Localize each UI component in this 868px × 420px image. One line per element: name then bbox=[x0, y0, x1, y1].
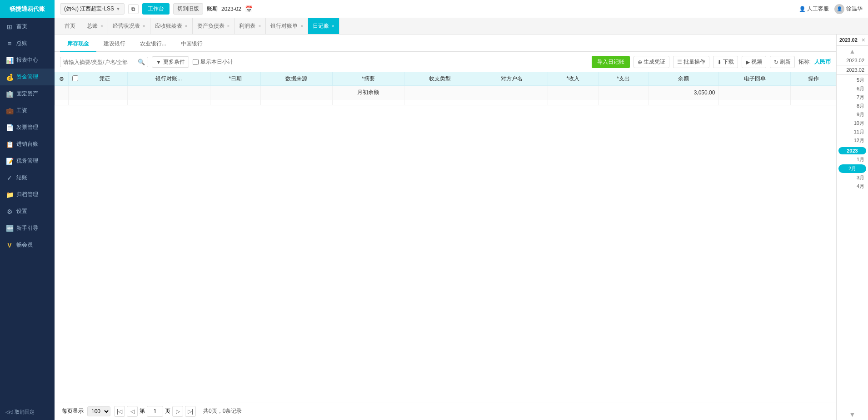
search-input[interactable] bbox=[63, 59, 136, 65]
th-checkbox[interactable] bbox=[69, 72, 82, 86]
search-box[interactable]: 🔍 bbox=[60, 57, 148, 67]
month-10[interactable]: 10月 bbox=[837, 119, 868, 128]
sidebar-item-ledger[interactable]: ≡ 总账 bbox=[0, 35, 55, 52]
sidebar-item-home[interactable]: ⊞ 首页 bbox=[0, 18, 55, 35]
first-page-button[interactable]: |◁ bbox=[114, 406, 125, 417]
calendar-icon[interactable]: 📅 bbox=[245, 5, 253, 13]
tab-bank-close[interactable]: × bbox=[300, 24, 303, 29]
video-button[interactable]: ▶ 视频 bbox=[742, 56, 766, 68]
refresh-button[interactable]: ↻ 刷新 bbox=[770, 56, 795, 68]
subtab-agriculture[interactable]: 农业银行... bbox=[133, 36, 174, 52]
day-subtotal-checkbox[interactable]: 显示本日小计 bbox=[193, 58, 233, 66]
month-9[interactable]: 9月 bbox=[837, 110, 868, 119]
download-label: 下载 bbox=[723, 58, 734, 66]
sidebar-item-invoice[interactable]: 📄 发票管理 bbox=[0, 119, 55, 136]
td-expense bbox=[598, 86, 649, 99]
page-input[interactable] bbox=[147, 406, 163, 417]
sidebar-item-purchase[interactable]: 📋 进销台账 bbox=[0, 136, 55, 153]
company-selector[interactable]: (勿勾) 江西超宝-LSS ▼ bbox=[60, 3, 125, 15]
user-name: 徐温华 bbox=[846, 5, 863, 13]
sidebar-item-label: 设置 bbox=[16, 208, 27, 215]
tab-ledger-close[interactable]: × bbox=[100, 24, 103, 29]
month-2[interactable]: 2月 bbox=[838, 164, 866, 173]
td-income bbox=[548, 86, 598, 99]
voucher-button[interactable]: ⊕ 生成凭证 bbox=[634, 56, 669, 68]
td-checkbox bbox=[69, 86, 82, 99]
last-page-button[interactable]: ▷| bbox=[185, 406, 196, 417]
batch-button[interactable]: ☰ 批量操作 bbox=[673, 56, 709, 68]
tab-assets-close[interactable]: × bbox=[227, 24, 230, 29]
select-all-checkbox[interactable] bbox=[72, 75, 78, 81]
th-settings[interactable]: ⚙ bbox=[55, 72, 69, 86]
sidebar-item-assets[interactable]: 🏢 固定资产 bbox=[0, 85, 55, 102]
th-bank-reconcile: 银行对账... bbox=[127, 72, 210, 86]
tab-receivable-close[interactable]: × bbox=[185, 24, 188, 29]
month-7[interactable]: 7月 bbox=[837, 93, 868, 102]
subtab-china[interactable]: 中国银行 bbox=[174, 36, 210, 52]
currency-value[interactable]: 人民币 bbox=[814, 58, 831, 66]
sidebar-item-guide[interactable]: 🆕 新手引导 bbox=[0, 220, 55, 237]
next-page-button[interactable]: ▷ bbox=[172, 406, 183, 417]
tab-diary[interactable]: 日记账 × bbox=[308, 18, 339, 35]
scroll-up-button[interactable]: ▲ bbox=[837, 46, 868, 57]
sidebar-item-capital[interactable]: 💰 资金管理 bbox=[0, 69, 55, 85]
month-6[interactable]: 6月 bbox=[837, 84, 868, 93]
tab-assets[interactable]: 资产负债表 × bbox=[193, 18, 235, 35]
subtab-cash[interactable]: 库存现金 bbox=[60, 36, 96, 52]
td-counterparty bbox=[476, 86, 548, 99]
per-page-select[interactable]: 100 50 200 bbox=[87, 406, 110, 416]
download-button[interactable]: ⬇ 下载 bbox=[713, 56, 738, 68]
sidebar-item-label: 畅会员 bbox=[16, 241, 33, 249]
month-5[interactable]: 5月 bbox=[837, 76, 868, 84]
video-label: 视频 bbox=[751, 58, 762, 66]
td-data-source bbox=[260, 99, 332, 105]
month-3[interactable]: 3月 bbox=[837, 173, 868, 182]
tab-profit-close[interactable]: × bbox=[258, 24, 261, 29]
tab-bank[interactable]: 银行对账单 × bbox=[266, 18, 308, 35]
copy-button[interactable]: ⧉ bbox=[128, 4, 139, 14]
scroll-down-button[interactable]: ▼ bbox=[837, 409, 868, 420]
tab-receivable[interactable]: 应收账龄表 × bbox=[150, 18, 193, 35]
day-subtotal-input[interactable] bbox=[193, 59, 199, 65]
tab-diary-close[interactable]: × bbox=[332, 24, 334, 29]
old-version-button[interactable]: 切到旧版 bbox=[173, 3, 203, 15]
subtab-construction[interactable]: 建设银行 bbox=[96, 36, 133, 52]
workspace-button[interactable]: 工作台 bbox=[142, 3, 170, 15]
prev-page-button[interactable]: ◁ bbox=[127, 406, 138, 417]
month-8[interactable]: 8月 bbox=[837, 102, 868, 110]
pin-button[interactable]: ◁◁ 取消固定 bbox=[0, 404, 55, 420]
sidebar-item-archive[interactable]: 📁 归档管理 bbox=[0, 186, 55, 203]
month-1[interactable]: 1月 bbox=[837, 155, 868, 164]
service-button[interactable]: 👤 人工客服 bbox=[799, 5, 829, 13]
sidebar-item-settle[interactable]: ✓ 结账 bbox=[0, 169, 55, 186]
tab-status-close[interactable]: × bbox=[143, 24, 145, 29]
month-11[interactable]: 11月 bbox=[837, 128, 868, 136]
import-button[interactable]: 导入日记账 bbox=[592, 56, 630, 68]
month-4[interactable]: 4月 bbox=[837, 182, 868, 191]
tab-home[interactable]: 首页 bbox=[58, 18, 82, 35]
tab-profit[interactable]: 利润表 × bbox=[234, 18, 266, 35]
month-12[interactable]: 12月 bbox=[837, 136, 868, 145]
tab-ledger[interactable]: 总账 × bbox=[82, 18, 108, 35]
tab-status[interactable]: 经营状况表 × bbox=[108, 18, 150, 35]
refresh-icon: ↻ bbox=[774, 59, 778, 65]
sidebar-item-salary[interactable]: 💼 工资 bbox=[0, 102, 55, 119]
sidebar-item-reports[interactable]: 📊 报表中心 bbox=[0, 52, 55, 69]
sidebar: 畅捷通易代账 ⊞ 首页 ≡ 总账 📊 报表中心 💰 资金管理 🏢 固定资产 💼 … bbox=[0, 0, 55, 420]
day-subtotal-label: 显示本日小计 bbox=[200, 58, 233, 66]
sidebar-item-settings[interactable]: ⚙ 设置 bbox=[0, 203, 55, 220]
avatar: 👤 bbox=[834, 4, 844, 14]
sidebar-item-member[interactable]: V 畅会员 bbox=[0, 237, 55, 253]
year-2023-badge[interactable]: 2023 bbox=[838, 147, 866, 154]
right-panel-close-button[interactable]: × bbox=[862, 36, 865, 44]
content-main: 库存现金 建设银行 农业银行... 中国银行 🔍 ▼ 更多条件 显示本日小计 bbox=[55, 35, 836, 420]
td-voucher bbox=[82, 86, 128, 99]
search-icon[interactable]: 🔍 bbox=[138, 59, 145, 65]
filter-label: 更多条件 bbox=[163, 58, 185, 66]
tabbar: 首页 总账 × 经营状况表 × 应收账龄表 × 资产负债表 × 利润表 × 银行… bbox=[55, 18, 868, 35]
user-menu[interactable]: 👤 徐温华 bbox=[834, 4, 863, 14]
sidebar-item-tax[interactable]: 📝 税务管理 bbox=[0, 153, 55, 169]
th-income: *收入 bbox=[548, 72, 598, 86]
filter-button[interactable]: ▼ 更多条件 bbox=[152, 56, 189, 68]
main-area: (勿勾) 江西超宝-LSS ▼ ⧉ 工作台 切到旧版 账期 2023-02 📅 … bbox=[55, 0, 868, 420]
